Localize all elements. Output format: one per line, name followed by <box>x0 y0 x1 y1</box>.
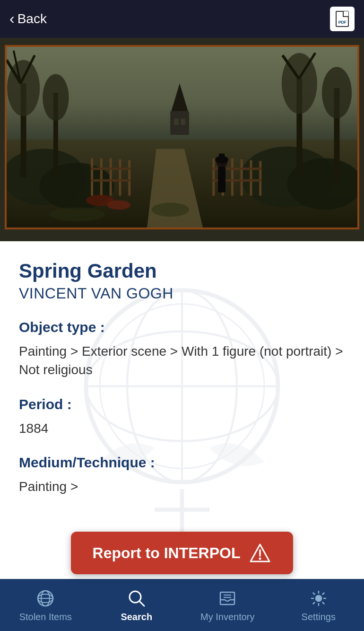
svg-rect-14 <box>212 158 215 196</box>
report-interpol-label: Report to INTERPOL <box>93 544 241 562</box>
svg-rect-13 <box>91 179 130 182</box>
painting-frame <box>5 45 359 229</box>
svg-rect-25 <box>181 118 185 125</box>
svg-point-58 <box>259 558 261 560</box>
svg-rect-7 <box>91 158 93 196</box>
svg-point-44 <box>107 201 130 210</box>
svg-point-46 <box>49 207 105 221</box>
svg-point-45 <box>152 203 189 217</box>
pdf-label: PDF <box>338 20 347 25</box>
svg-point-70 <box>316 596 321 601</box>
period-value: 1884 <box>19 419 345 438</box>
svg-rect-17 <box>241 159 243 195</box>
painting-container <box>0 38 364 241</box>
content-area: INTERPOL Spring Garden VINCENT VAN GOGH … <box>0 241 364 572</box>
back-label: Back <box>17 11 47 26</box>
nav-label-settings: Settings <box>302 612 336 622</box>
gear-icon <box>308 588 329 609</box>
svg-rect-10 <box>119 159 121 195</box>
object-type-value: Painting > Exterior scene > With 1 figur… <box>19 342 345 379</box>
nav-label-my-inventory: My Inventory <box>200 612 254 622</box>
object-type-label: Object type : <box>19 319 345 335</box>
svg-rect-40 <box>218 167 225 192</box>
globe-icon <box>35 588 56 609</box>
svg-rect-65 <box>220 592 234 605</box>
nav-item-search[interactable]: Search <box>91 588 182 622</box>
svg-line-64 <box>139 601 144 606</box>
nav-item-settings[interactable]: Settings <box>273 588 364 622</box>
svg-rect-24 <box>174 118 179 125</box>
svg-rect-9 <box>110 158 112 196</box>
artwork-title: Spring Garden <box>19 260 345 282</box>
svg-rect-8 <box>100 158 103 196</box>
svg-point-33 <box>322 67 352 119</box>
pdf-button[interactable]: PDF <box>330 7 355 31</box>
medium-value: Painting > <box>19 477 345 496</box>
search-icon <box>126 588 147 609</box>
header: ‹ Back PDF <box>0 0 364 38</box>
bottom-navigation: Stolen Items Search My Inventory <box>0 579 364 631</box>
back-chevron-icon: ‹ <box>9 10 15 27</box>
svg-rect-42 <box>219 154 225 160</box>
period-label: Period : <box>19 396 345 412</box>
svg-rect-19 <box>259 161 261 195</box>
svg-point-29 <box>43 74 69 121</box>
nav-label-stolen-items: Stolen Items <box>19 612 72 622</box>
artwork-details: Spring Garden VINCENT VAN GOGH Object ty… <box>19 260 345 496</box>
svg-rect-16 <box>231 158 234 196</box>
medium-label: Medium/Technique : <box>19 455 345 471</box>
nav-item-my-inventory[interactable]: My Inventory <box>182 588 273 622</box>
report-interpol-button[interactable]: Report to INTERPOL <box>71 532 293 574</box>
svg-rect-12 <box>91 167 130 170</box>
pdf-doc-icon: PDF <box>336 11 349 27</box>
painting-image <box>7 47 357 228</box>
nav-item-stolen-items[interactable]: Stolen Items <box>0 588 91 622</box>
svg-rect-22 <box>170 112 189 135</box>
svg-rect-11 <box>128 160 130 195</box>
svg-rect-18 <box>250 160 252 195</box>
nav-label-search: Search <box>121 612 152 622</box>
back-button[interactable]: ‹ Back <box>9 11 47 27</box>
warning-triangle-icon <box>249 542 271 564</box>
artwork-artist: VINCENT VAN GOGH <box>19 285 345 302</box>
inbox-icon <box>217 588 238 609</box>
